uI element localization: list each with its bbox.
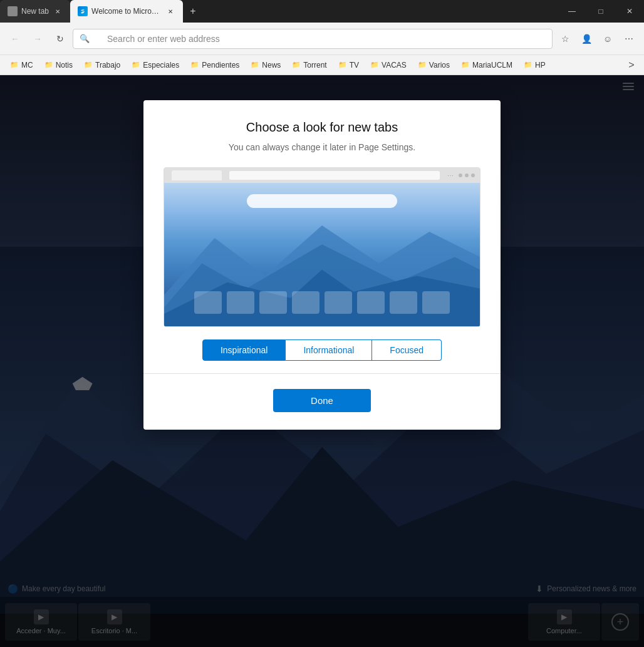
tab-close-edge[interactable]: ✕ (165, 6, 175, 16)
preview-address-bar (229, 171, 440, 180)
bookmark-label: Varios (429, 61, 450, 70)
tab-label-new-tab: New tab (21, 7, 49, 16)
address-bar: ← → ↻ 🔍 Search or enter web address ☆ 👤 … (0, 23, 644, 55)
preview-dot-1 (459, 173, 462, 177)
preview-ql-1 (194, 291, 222, 314)
preview-ql-6 (357, 291, 385, 314)
bookmark-trabajo[interactable]: 📁 Trabajo (79, 60, 125, 71)
bookmark-tv[interactable]: 📁 TV (333, 60, 364, 71)
bookmark-label: HP (535, 61, 546, 70)
bookmark-notis[interactable]: 📁 Notis (39, 60, 78, 71)
bookmark-label: Notis (56, 61, 73, 70)
preview-ql-8 (422, 291, 450, 314)
minimize-button[interactable]: — (558, 0, 586, 23)
bookmark-pendientes[interactable]: 📁 Pendientes (185, 60, 244, 71)
preview-ql-2 (227, 291, 254, 314)
preview-title-bar: ⋯ (164, 168, 480, 183)
tab-label-edge: Welcome to Microsoft Edge Bet... (91, 7, 162, 16)
preview-quick-links (194, 291, 450, 314)
title-bar: New tab ✕ Welcome to Microsoft Edge Bet.… (0, 0, 644, 23)
bookmark-mariauclm[interactable]: 📁 MariaUCLM (456, 60, 517, 71)
bookmark-folder-icon: 📁 (292, 61, 301, 70)
preview-ql-4 (292, 291, 319, 314)
bookmark-vacas[interactable]: 📁 VACAS (365, 60, 412, 71)
preview-tab (172, 170, 222, 180)
bookmark-news[interactable]: 📁 News (246, 60, 286, 71)
bookmark-folder-icon: 📁 (10, 61, 19, 70)
bookmark-label: MC (21, 61, 33, 70)
bookmark-varios[interactable]: 📁 Varios (413, 60, 455, 71)
tab-new-tab[interactable]: New tab ✕ (0, 0, 70, 23)
bookmark-label: Pendientes (202, 61, 239, 70)
window-controls: — □ ✕ (558, 0, 644, 23)
bookmark-hp[interactable]: 📁 HP (519, 60, 551, 71)
refresh-button[interactable]: ↻ (50, 29, 70, 49)
preview-search-bar (247, 194, 397, 208)
tab-focused[interactable]: Focused (372, 339, 442, 361)
profile-button[interactable]: 👤 (576, 29, 596, 49)
modal-title: Choose a look for new tabs (164, 120, 480, 135)
modal-divider (143, 373, 501, 374)
bookmark-label: TV (350, 61, 359, 70)
address-right-icons: ☆ 👤 ☺ ⋯ (555, 29, 639, 49)
emoji-button[interactable]: ☺ (598, 29, 618, 49)
bookmark-label: Trabajo (95, 61, 120, 70)
bookmark-label: Especiales (143, 61, 179, 70)
bookmark-label: Torrent (303, 61, 326, 70)
preview-more-dots: ⋯ (447, 172, 454, 179)
bookmark-folder-icon: 📁 (524, 61, 532, 70)
modal-preview: ⋯ (164, 167, 480, 327)
back-button[interactable]: ← (5, 29, 25, 49)
preview-ql-3 (259, 291, 287, 314)
bookmark-folder-icon: 📁 (84, 61, 93, 70)
bookmark-folder-icon: 📁 (338, 61, 347, 70)
bookmark-folder-icon: 📁 (461, 61, 470, 70)
modal-backdrop: Choose a look for new tabs You can alway… (0, 75, 644, 647)
preview-dot-3 (471, 173, 475, 177)
forward-button[interactable]: → (28, 29, 48, 49)
modal-subtitle: You can always change it later in Page S… (164, 142, 480, 152)
preview-ql-5 (325, 291, 352, 314)
bookmark-folder-icon: 📁 (132, 61, 140, 70)
preview-ql-7 (390, 291, 417, 314)
bookmarks-more-button[interactable]: > (624, 58, 639, 73)
bookmark-folder-icon: 📁 (251, 61, 259, 70)
choose-look-modal: Choose a look for new tabs You can alway… (143, 100, 501, 430)
bookmark-mc[interactable]: 📁 MC (5, 60, 38, 71)
preview-dot-2 (465, 173, 469, 177)
address-input-container[interactable]: 🔍 Search or enter web address (73, 29, 553, 49)
tab-inspirational[interactable]: Inspirational (202, 339, 286, 361)
tab-informational[interactable]: Informational (286, 339, 372, 361)
bookmark-folder-icon: 📁 (190, 61, 199, 70)
browser-content: Choose a look for new tabs You can alway… (0, 75, 644, 647)
bookmark-especiales[interactable]: 📁 Especiales (127, 60, 184, 71)
address-placeholder: Search or enter web address (107, 34, 220, 44)
close-button[interactable]: ✕ (615, 0, 644, 23)
bookmark-folder-icon: 📁 (370, 61, 379, 70)
preview-body (164, 183, 480, 326)
bookmark-label: VACAS (382, 61, 407, 70)
bookmark-label: News (262, 61, 281, 70)
bookmark-folder-icon: 📁 (44, 61, 53, 70)
tab-icon-new-tab (8, 6, 18, 16)
done-button[interactable]: Done (273, 389, 371, 412)
favorites-button[interactable]: ☆ (555, 29, 575, 49)
search-icon: 🔍 (80, 34, 90, 43)
tab-icon-edge (78, 6, 88, 16)
svg-rect-0 (10, 9, 15, 14)
tab-edge[interactable]: Welcome to Microsoft Edge Bet... ✕ (70, 0, 183, 23)
bookmark-folder-icon: 📁 (418, 61, 427, 70)
tab-close-new-tab[interactable]: ✕ (53, 6, 63, 16)
new-tab-button[interactable]: + (183, 1, 203, 21)
maximize-button[interactable]: □ (586, 0, 615, 23)
settings-more-button[interactable]: ⋯ (619, 29, 639, 49)
look-tab-selector: Inspirational Informational Focused (164, 339, 480, 361)
bookmark-torrent[interactable]: 📁 Torrent (287, 60, 331, 71)
bookmark-label: MariaUCLM (472, 61, 512, 70)
bookmarks-bar: 📁 MC 📁 Notis 📁 Trabajo 📁 Especiales 📁 Pe… (0, 55, 644, 75)
